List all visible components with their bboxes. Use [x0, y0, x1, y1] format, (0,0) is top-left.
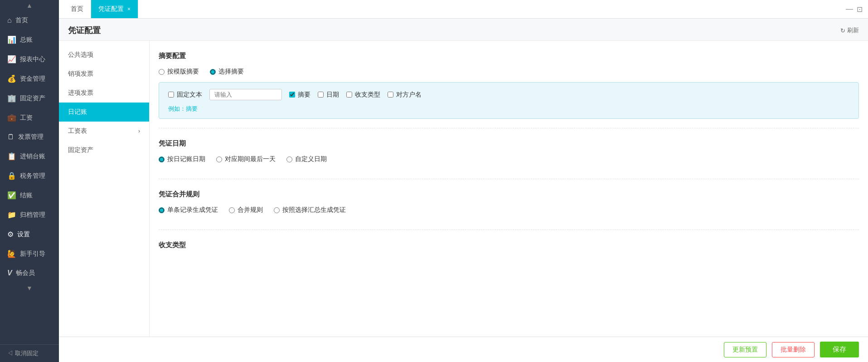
unpin-icon: ◁: [7, 350, 13, 357]
template-radio-input[interactable]: [159, 69, 165, 75]
main-area: 首页 凭证配置 × — ⊡ 凭证配置 ↻ 刷新 公共选项: [59, 0, 868, 362]
counterpart-checkbox-label[interactable]: 对方户名: [388, 91, 422, 99]
member-icon: V: [7, 269, 12, 277]
invoice-icon: 🗒: [7, 133, 15, 141]
home-icon: ⌂: [7, 16, 12, 24]
page-title: 凭证配置: [68, 25, 101, 36]
date-checkbox-label[interactable]: 日期: [318, 91, 339, 99]
left-nav-item-public[interactable]: 公共选项: [59, 45, 149, 64]
tab-bar: 首页 凭证配置 × — ⊡: [59, 0, 868, 19]
sidebar-item-home[interactable]: ⌂ 首页: [0, 11, 59, 30]
sidebar-item-payroll[interactable]: 💼 工资: [0, 108, 59, 127]
sidebar-scroll-down[interactable]: ▼: [0, 283, 59, 294]
ledger-icon: 📊: [7, 35, 16, 44]
left-nav-item-fixed-assets[interactable]: 固定资产: [59, 141, 149, 160]
summary-template-radio[interactable]: 按模版摘要: [159, 68, 199, 76]
income-type-section: 收支类型: [159, 230, 859, 266]
summary-select-radio[interactable]: 选择摘要: [210, 68, 244, 76]
content-area: 凭证配置 ↻ 刷新 公共选项 销项发票 进项发票 日记账: [59, 19, 868, 362]
body-container: 公共选项 销项发票 进项发票 日记账 工资表 › 固定资产: [59, 41, 868, 337]
summary-preview: 例如：摘要: [168, 105, 849, 113]
journal-date-radio-input[interactable]: [159, 157, 165, 162]
journal-date-radio[interactable]: 按日记账日期: [159, 155, 205, 163]
payroll-icon: 💼: [7, 113, 16, 122]
sidebar: ▲ ⌂ 首页 📊 总账 📈 报表中心 💰 资金管理 🏢 固定资产 💼 工资 🗒 …: [0, 0, 59, 362]
sidebar-item-member[interactable]: V 畅会员: [0, 264, 59, 283]
summary-checkbox[interactable]: [289, 92, 295, 98]
summary-box: 固定文本 摘要 日期: [159, 82, 859, 119]
by-selection-radio-input[interactable]: [274, 207, 280, 213]
sidebar-item-ledger[interactable]: 📊 总账: [0, 30, 59, 49]
date-checkbox[interactable]: [318, 92, 324, 98]
account-icon: 📋: [7, 152, 16, 161]
summary-checkbox-row: 固定文本 摘要 日期: [168, 89, 849, 100]
sidebar-unpin-button[interactable]: ◁ 取消固定: [0, 344, 59, 362]
sidebar-item-archive[interactable]: 📁 归档管理: [0, 205, 59, 225]
refresh-button[interactable]: ↻ 刷新: [840, 26, 859, 34]
custom-date-radio[interactable]: 自定义日期: [286, 155, 327, 163]
single-record-radio-input[interactable]: [159, 207, 165, 213]
counterpart-checkbox[interactable]: [388, 92, 393, 98]
fixed-text-checkbox[interactable]: [168, 92, 174, 98]
form-content: 摘要配置 按模版摘要 选择摘要: [150, 41, 868, 337]
funds-icon: 💰: [7, 74, 16, 83]
tab-home[interactable]: 首页: [63, 0, 91, 18]
merge-rule-radio-input[interactable]: [229, 207, 235, 213]
income-type-checkbox-label[interactable]: 收支类型: [346, 91, 380, 99]
voucher-date-title: 凭证日期: [159, 139, 859, 148]
save-button[interactable]: 保存: [820, 342, 859, 357]
merge-rules-title: 凭证合并规则: [159, 190, 859, 199]
voucher-date-radio-group: 按日记账日期 对应期间最后一天 自定义日期: [159, 155, 859, 163]
sidebar-scroll-up[interactable]: ▲: [0, 0, 59, 11]
page-header: 凭证配置 ↻ 刷新: [59, 19, 868, 41]
last-day-radio[interactable]: 对应期间最后一天: [216, 155, 276, 163]
left-nav-item-purchase[interactable]: 进项发票: [59, 83, 149, 103]
left-nav-item-sales[interactable]: 销项发票: [59, 64, 149, 83]
left-nav: 公共选项 销项发票 进项发票 日记账 工资表 › 固定资产: [59, 41, 150, 337]
merge-rules-section: 凭证合并规则 单条记录生成凭证 合并规则 按照选择汇总生成凭证: [159, 179, 859, 230]
custom-date-radio-input[interactable]: [286, 157, 292, 162]
last-day-radio-input[interactable]: [216, 157, 222, 162]
archive-icon: 📁: [7, 210, 16, 219]
batch-delete-button[interactable]: 批量删除: [772, 342, 815, 357]
refresh-icon: ↻: [840, 27, 845, 34]
reports-icon: 📈: [7, 55, 16, 64]
single-record-radio[interactable]: 单条记录生成凭证: [159, 206, 218, 214]
maximize-button[interactable]: ⊡: [857, 5, 863, 14]
tab-voucher-config[interactable]: 凭证配置 ×: [91, 0, 138, 18]
sidebar-item-settings[interactable]: ⚙ 设置: [0, 225, 59, 244]
merge-rule-radio[interactable]: 合并规则: [229, 206, 263, 214]
income-type-checkbox[interactable]: [346, 92, 352, 98]
fixed-text-input[interactable]: [209, 89, 282, 100]
sidebar-item-account[interactable]: 📋 进销台账: [0, 147, 59, 166]
sidebar-item-funds[interactable]: 💰 资金管理: [0, 69, 59, 88]
income-type-section-title: 收支类型: [159, 241, 859, 249]
update-preview-button[interactable]: 更新预置: [724, 342, 766, 357]
bottom-bar: 更新预置 批量删除 保存: [59, 337, 868, 362]
chevron-down-icon: ›: [138, 128, 140, 134]
guide-icon: 🙋: [7, 249, 16, 258]
tab-close-button[interactable]: ×: [127, 6, 131, 12]
summary-config-section: 摘要配置 按模版摘要 选择摘要: [159, 41, 859, 128]
merge-rules-radio-group: 单条记录生成凭证 合并规则 按照选择汇总生成凭证: [159, 206, 859, 214]
sidebar-item-invoice[interactable]: 🗒 发票管理: [0, 127, 59, 147]
settle-icon: ✅: [7, 191, 16, 200]
voucher-date-section: 凭证日期 按日记账日期 对应期间最后一天 自定义日期: [159, 128, 859, 179]
select-radio-input[interactable]: [210, 69, 216, 75]
minimize-button[interactable]: —: [846, 5, 853, 13]
fixed-text-checkbox-label[interactable]: 固定文本: [168, 91, 202, 99]
by-selection-radio[interactable]: 按照选择汇总生成凭证: [274, 206, 346, 214]
assets-icon: 🏢: [7, 94, 16, 103]
sidebar-item-guide[interactable]: 🙋 新手引导: [0, 244, 59, 264]
settings-icon: ⚙: [7, 230, 14, 239]
summary-checkbox-label[interactable]: 摘要: [289, 91, 310, 99]
tax-icon: 🔒: [7, 171, 16, 180]
left-nav-item-journal[interactable]: 日记账: [59, 103, 149, 122]
sidebar-item-assets[interactable]: 🏢 固定资产: [0, 88, 59, 108]
left-nav-item-payroll-table[interactable]: 工资表 ›: [59, 122, 149, 141]
summary-radio-group: 按模版摘要 选择摘要: [159, 68, 859, 76]
summary-config-title: 摘要配置: [159, 52, 859, 60]
sidebar-item-reports[interactable]: 📈 报表中心: [0, 49, 59, 69]
sidebar-item-tax[interactable]: 🔒 税务管理: [0, 166, 59, 186]
sidebar-item-settle[interactable]: ✅ 结账: [0, 186, 59, 205]
